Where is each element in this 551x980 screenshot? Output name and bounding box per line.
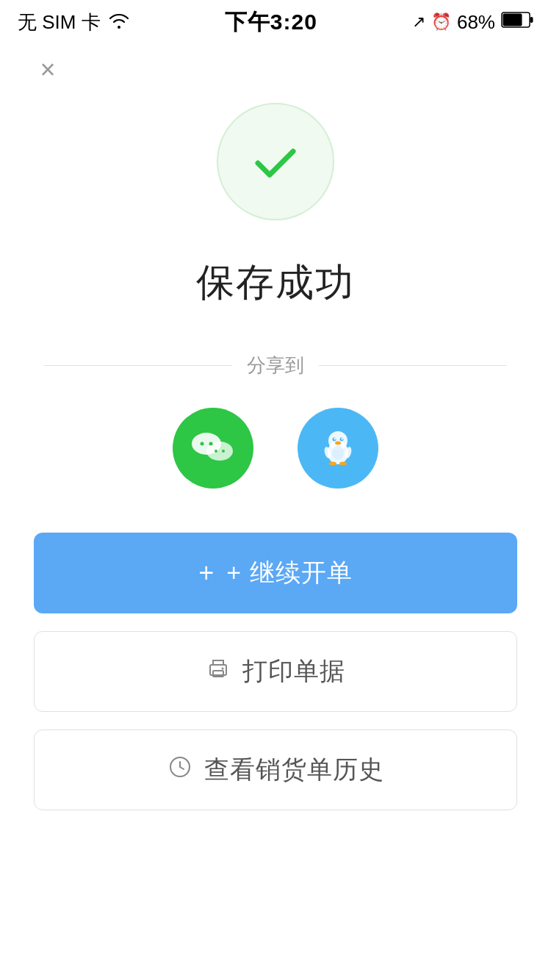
- qq-icon: [316, 426, 360, 470]
- status-bar: 无 SIM 卡 下午3:20 ↗ ⏰ 68%: [0, 0, 551, 44]
- checkmark-icon: [246, 132, 305, 191]
- battery-icon: [501, 12, 533, 32]
- status-time: 下午3:20: [225, 7, 317, 37]
- battery-text: 68%: [457, 11, 495, 34]
- wifi-icon: [108, 11, 130, 34]
- svg-point-15: [335, 442, 341, 445]
- svg-point-16: [332, 445, 344, 460]
- continue-button[interactable]: + + 继续开单: [34, 533, 517, 613]
- svg-point-18: [339, 462, 347, 466]
- svg-point-14: [342, 438, 343, 439]
- wechat-share-button[interactable]: [173, 408, 253, 489]
- svg-point-8: [222, 450, 225, 453]
- svg-point-23: [222, 668, 224, 670]
- svg-point-5: [201, 442, 204, 446]
- status-right: ↗ ⏰ 68%: [412, 11, 533, 34]
- share-label: 分享到: [232, 353, 319, 378]
- alarm-icon: ⏰: [431, 12, 451, 32]
- success-title: 保存成功: [196, 257, 355, 309]
- status-left: 无 SIM 卡: [18, 10, 130, 35]
- svg-rect-1: [530, 17, 533, 23]
- svg-point-13: [334, 438, 336, 439]
- wechat-icon: [190, 429, 236, 467]
- continue-label: + 继续开单: [226, 556, 352, 590]
- print-button[interactable]: 打印单据: [34, 631, 517, 712]
- qq-share-button[interactable]: [298, 408, 378, 489]
- share-icons-row: [173, 408, 378, 489]
- history-button[interactable]: 查看销货单历史: [34, 729, 517, 810]
- svg-point-6: [209, 442, 213, 446]
- svg-point-17: [329, 462, 336, 466]
- close-icon: ×: [40, 57, 55, 83]
- printer-icon: [206, 656, 231, 687]
- history-label: 查看销货单历史: [204, 753, 384, 787]
- success-icon-wrapper: [217, 103, 334, 220]
- actions-section: + + 继续开单 打印单据 查看销货单历: [0, 533, 551, 810]
- divider-left: [44, 365, 232, 366]
- close-button[interactable]: ×: [29, 51, 66, 88]
- share-divider-row: 分享到: [0, 353, 551, 378]
- svg-point-7: [215, 450, 217, 453]
- divider-right: [319, 365, 507, 366]
- clock-icon: [168, 754, 192, 785]
- svg-rect-2: [503, 14, 522, 26]
- share-section: 分享到: [0, 353, 551, 489]
- location-icon: ↗: [412, 12, 425, 32]
- plus-icon: +: [198, 558, 215, 588]
- no-sim-text: 无 SIM 卡: [18, 10, 101, 35]
- print-label: 打印单据: [242, 655, 345, 688]
- main-content: 保存成功 分享到: [0, 44, 551, 810]
